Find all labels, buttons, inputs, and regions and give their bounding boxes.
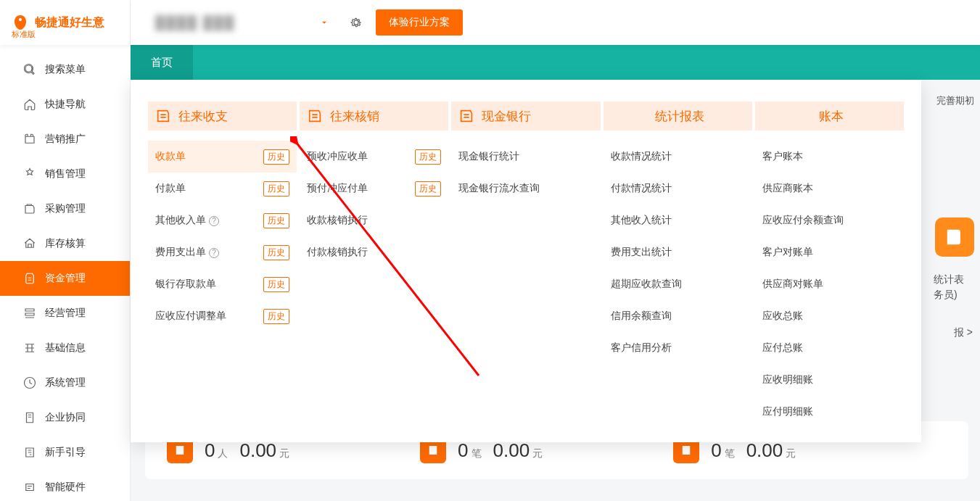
stat-badge-icon[interactable] xyxy=(935,218,974,257)
mega-item-1-2[interactable]: 收款核销执行 xyxy=(300,204,448,236)
mega-col-2: 现金银行现金银行统计现金银行流水查询 xyxy=(451,102,600,428)
sidebar-item-0[interactable]: 搜索菜单 xyxy=(0,52,130,87)
sidebar-item-4[interactable]: 采购管理 xyxy=(0,191,130,226)
mega-item-0-4[interactable]: 银行存取款单历史 xyxy=(148,268,297,300)
mega-item-label: 应收明细账 xyxy=(762,373,813,386)
brand-title: 畅捷通好生意 xyxy=(35,15,104,30)
history-tag[interactable]: 历史 xyxy=(415,149,441,165)
sidebar-item-label: 企业协同 xyxy=(45,411,86,424)
stat-amount: 0.00元 xyxy=(746,439,796,462)
mega-item-4-7[interactable]: 应收明细账 xyxy=(755,364,904,396)
mega-item-0-0[interactable]: 收款单历史 xyxy=(148,141,297,173)
mega-item-label: 应收总账 xyxy=(762,310,803,323)
mega-item-label: 现金银行流水查询 xyxy=(458,182,540,195)
sidebar-item-5[interactable]: 库存核算 xyxy=(0,226,130,261)
history-tag[interactable]: 历史 xyxy=(263,181,289,196)
mega-item-4-2[interactable]: 应收应付余额查询 xyxy=(755,204,904,236)
stat-amount: 0.00元 xyxy=(239,439,289,462)
mega-item-label: 供应商账本 xyxy=(762,182,813,195)
stat-count: 0笔 xyxy=(711,439,734,462)
mega-head-1: 往来核销 xyxy=(300,102,448,131)
mega-item-0-1[interactable]: 付款单历史 xyxy=(148,173,297,204)
mega-item-4-4[interactable]: 供应商对账单 xyxy=(755,268,904,300)
sidebar-item-9[interactable]: 系统管理 xyxy=(0,365,130,400)
sidebar-item-label: 销售管理 xyxy=(45,167,86,181)
tabbar: 首页 xyxy=(131,45,980,80)
mega-item-label: 费用支出统计 xyxy=(611,246,672,259)
sidebar-item-label: 系统管理 xyxy=(45,376,86,389)
sidebar-item-12[interactable]: 智能硬件 xyxy=(0,470,130,501)
mega-item-label: 其他收入统计 xyxy=(611,214,672,227)
mega-item-0-5[interactable]: 应收应付调整单历史 xyxy=(148,300,297,332)
nav-icon-2 xyxy=(23,133,36,146)
history-tag[interactable]: 历史 xyxy=(263,245,289,260)
mega-item-1-0[interactable]: 预收冲应收单历史 xyxy=(300,141,448,173)
mega-col-4: 账本客户账本供应商账本应收应付余额查询客户对账单供应商对账单应收总账应付总账应收… xyxy=(755,102,904,428)
mega-item-4-3[interactable]: 客户对账单 xyxy=(755,236,904,268)
mega-item-3-6[interactable]: 客户信用分析 xyxy=(604,332,752,364)
mega-item-3-3[interactable]: 费用支出统计 xyxy=(604,236,752,268)
mega-item-3-0[interactable]: 收款情况统计 xyxy=(604,141,752,173)
nav-icon-5 xyxy=(23,237,36,250)
history-tag[interactable]: 历史 xyxy=(263,213,289,228)
mega-item-4-0[interactable]: 客户账本 xyxy=(755,141,904,173)
mega-item-3-1[interactable]: 付款情况统计 xyxy=(604,173,752,204)
nav-icon-8 xyxy=(23,341,36,355)
sidebar-item-3[interactable]: 销售管理 xyxy=(0,157,130,191)
stat-amount: 0.00元 xyxy=(493,439,543,462)
mega-item-label: 超期应收款查询 xyxy=(611,278,682,291)
stat-count: 0人 xyxy=(205,439,228,462)
sidebar-item-10[interactable]: 企业协同 xyxy=(0,400,130,435)
history-tag[interactable]: 历史 xyxy=(263,309,289,324)
account-name: ████ ███ xyxy=(155,15,235,30)
brand-edition: 标准版 xyxy=(12,29,36,40)
history-tag[interactable]: 历史 xyxy=(263,277,289,292)
sidebar-item-1[interactable]: 快捷导航 xyxy=(0,87,130,122)
mega-col-3: 统计报表收款情况统计付款情况统计其他收入统计费用支出统计超期应收款查询信用余额查… xyxy=(604,102,752,428)
history-tag[interactable]: 历史 xyxy=(263,149,289,165)
mega-item-1-3[interactable]: 付款核销执行 xyxy=(300,236,448,268)
mega-item-4-8[interactable]: 应付明细账 xyxy=(755,396,904,428)
mega-item-2-1[interactable]: 现金银行流水查询 xyxy=(451,173,600,204)
mega-item-label: 预收冲应收单 xyxy=(307,150,368,163)
brand: 畅捷通好生意 标准版 xyxy=(0,0,130,45)
mega-head-3: 统计报表 xyxy=(604,102,752,131)
nav-icon-3 xyxy=(23,167,36,181)
mega-item-label: 银行存取款单 xyxy=(155,278,216,291)
nav-icon-10 xyxy=(23,411,36,424)
gear-icon[interactable] xyxy=(350,16,363,29)
sidebar-item-7[interactable]: 经营管理 xyxy=(0,296,130,331)
mega-item-3-5[interactable]: 信用余额查询 xyxy=(604,300,752,332)
tab-home[interactable]: 首页 xyxy=(131,45,193,80)
mega-item-label: 客户对账单 xyxy=(762,246,813,259)
stat-count: 0笔 xyxy=(458,439,481,462)
help-icon[interactable]: ? xyxy=(209,248,219,258)
mega-item-4-5[interactable]: 应收总账 xyxy=(755,300,904,332)
header: ████ ███ 体验行业方案 xyxy=(131,0,980,45)
sidebar-item-11[interactable]: 新手引导 xyxy=(0,435,130,470)
mega-item-2-0[interactable]: 现金银行统计 xyxy=(451,141,600,173)
mega-item-label: 现金银行统计 xyxy=(458,150,519,163)
account-switcher[interactable]: ████ ███ xyxy=(148,9,337,36)
mega-item-0-2[interactable]: 其他收入单?历史 xyxy=(148,204,297,236)
right-hint-3[interactable]: 报 > xyxy=(954,326,980,339)
help-icon[interactable]: ? xyxy=(209,216,219,226)
mega-menu: 往来收支收款单历史付款单历史其他收入单?历史费用支出单?历史银行存取款单历史应收… xyxy=(131,80,921,442)
mega-item-3-2[interactable]: 其他收入统计 xyxy=(604,204,752,236)
sidebar-item-8[interactable]: 基础信息 xyxy=(0,331,130,365)
mega-col-0: 往来收支收款单历史付款单历史其他收入单?历史费用支出单?历史银行存取款单历史应收… xyxy=(148,102,297,428)
nav-icon-9 xyxy=(23,376,36,389)
mega-item-4-6[interactable]: 应付总账 xyxy=(755,332,904,364)
mega-head-label: 往来收支 xyxy=(178,108,228,125)
history-tag[interactable]: 历史 xyxy=(415,181,441,196)
sidebar-item-2[interactable]: 营销推广 xyxy=(0,122,130,157)
mega-item-1-1[interactable]: 预付冲应付单历史 xyxy=(300,173,448,204)
mega-item-4-1[interactable]: 供应商账本 xyxy=(755,173,904,204)
sidebar-item-6[interactable]: 资金管理 xyxy=(0,261,130,296)
mega-item-3-4[interactable]: 超期应收款查询 xyxy=(604,268,752,300)
sidebar-item-label: 搜索菜单 xyxy=(45,63,86,76)
mega-item-label: 费用支出单? xyxy=(155,246,219,259)
mega-head-label: 统计报表 xyxy=(655,108,704,125)
trial-button[interactable]: 体验行业方案 xyxy=(376,9,463,36)
mega-item-0-3[interactable]: 费用支出单?历史 xyxy=(148,236,297,268)
